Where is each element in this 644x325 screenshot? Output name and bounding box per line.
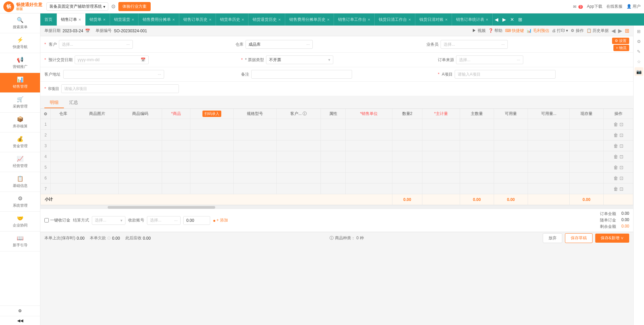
- quick-deposit-input[interactable]: [44, 218, 49, 222]
- quick-deposit-checkbox[interactable]: 一键收订金: [44, 217, 70, 223]
- sidebar-item-marketing[interactable]: 📢 营销推广: [0, 53, 40, 73]
- order-source-input[interactable]: 选择... ···: [456, 55, 523, 64]
- b-project-input[interactable]: 请输入B项目: [61, 84, 179, 93]
- tab-prev-btn[interactable]: ◀: [493, 13, 500, 26]
- trial-button[interactable]: 体验行业方案: [118, 2, 151, 11]
- row-2-copy-btn[interactable]: ⊡: [619, 132, 623, 138]
- tab-stats[interactable]: 销售订单统计表 ✕: [452, 13, 493, 26]
- tab-workbench[interactable]: 销售订单工作台 ✕: [334, 13, 375, 26]
- row-7-delete-btn[interactable]: 🗑: [613, 186, 618, 192]
- scrollbar-thumb[interactable]: [108, 206, 215, 209]
- sidebar-item-base-info[interactable]: 📋 基础信息: [0, 172, 40, 192]
- row-6-copy-btn[interactable]: ⊡: [619, 175, 623, 181]
- message-icon[interactable]: ✉ 9: [573, 4, 583, 9]
- discard-button[interactable]: 放弃: [543, 233, 562, 243]
- row-1-main-qty[interactable]: [460, 119, 494, 130]
- add-payment-btn[interactable]: ● + 添加: [213, 217, 228, 223]
- row-1-main-unit[interactable]: [422, 119, 460, 130]
- tab-return-history[interactable]: 销货退货历史 ✕: [249, 13, 285, 26]
- tab-close-sales-expense[interactable]: ✕: [172, 18, 175, 22]
- row-1-code[interactable]: [119, 119, 162, 130]
- row-1-delete-btn[interactable]: 🗑: [613, 122, 618, 127]
- tab-more-btn[interactable]: ⊞: [516, 13, 524, 26]
- number-value[interactable]: SO-20230324-001: [114, 29, 147, 33]
- video-help-btn[interactable]: ▶ 视频: [472, 28, 485, 34]
- tab-sales-expense[interactable]: 销售费用分摊单 ✕: [139, 13, 179, 26]
- user-avatar[interactable]: 👤 用户: [627, 4, 641, 9]
- tab-sales-order-history[interactable]: 销售订单历史 ✕: [179, 13, 216, 26]
- tab-close-daily-clear[interactable]: ✕: [408, 18, 411, 22]
- horizontal-scrollbar[interactable]: [40, 205, 633, 209]
- right-settings-btn[interactable]: ⚙: [635, 37, 643, 46]
- sidebar-collapse-btn[interactable]: ◀◀: [0, 316, 40, 325]
- settings-icon[interactable]: ⚙: [111, 3, 116, 10]
- row-1-available[interactable]: [494, 119, 528, 130]
- tab-close-sales-order-history[interactable]: ✕: [209, 18, 212, 22]
- profit-btn[interactable]: 📊 毛利预估: [527, 28, 549, 34]
- view-toggle-expand[interactable]: ⊞: [625, 28, 629, 34]
- invoice-type-select[interactable]: 不开票 ▾: [266, 55, 333, 64]
- a-project-input[interactable]: 请输入A项目: [455, 70, 556, 79]
- sidebar-item-inventory[interactable]: 📦 库存核算: [0, 113, 40, 132]
- view-toggle-list[interactable]: ◀: [611, 28, 615, 34]
- table-wrapper[interactable]: ⚙ 仓库 商品图片 商品编码 *商品 扫码录入 规格型号 客户... ⓘ 属性 …: [40, 109, 633, 205]
- tab-close-sales-slip[interactable]: ✕: [103, 18, 106, 22]
- print-btn[interactable]: 🖨 打印 ▾: [552, 28, 568, 34]
- row-2-delete-btn[interactable]: 🗑: [613, 132, 618, 138]
- right-camera-btn[interactable]: 📷: [635, 67, 643, 76]
- sidebar-item-search[interactable]: 🔍 搜索菜单: [0, 13, 40, 33]
- note-input[interactable]: [251, 70, 352, 79]
- row-1-qty2[interactable]: [392, 119, 422, 130]
- tab-summary[interactable]: 汇总: [64, 97, 83, 108]
- history-btn[interactable]: 📋 历史单据: [586, 28, 609, 34]
- tab-close-return-history[interactable]: ✕: [278, 18, 281, 22]
- tab-sales-slip[interactable]: 销货单 ✕: [85, 13, 110, 26]
- row-1-warehouse[interactable]: [51, 119, 76, 130]
- tab-detail[interactable]: 明细: [44, 97, 64, 108]
- tab-close-sales-slip-history[interactable]: ✕: [241, 18, 244, 22]
- operations-btn[interactable]: ⚙ 操作: [571, 28, 583, 34]
- row-7-copy-btn[interactable]: ⊡: [619, 186, 623, 192]
- warehouse-input[interactable]: 成品库 ···: [245, 40, 313, 49]
- save-draft-button[interactable]: 保存草稿: [565, 233, 593, 243]
- tab-sales-slip-history[interactable]: 销货单历史 ✕: [216, 13, 249, 26]
- row-1-available2[interactable]: [528, 119, 570, 130]
- row-1-attr[interactable]: [320, 119, 345, 130]
- tab-close-sales-return[interactable]: ✕: [131, 18, 134, 22]
- app-download-link[interactable]: App下载: [587, 4, 602, 9]
- row-4-delete-btn[interactable]: 🗑: [613, 154, 618, 159]
- tab-sales-return[interactable]: 销货退货 ✕: [110, 13, 139, 26]
- row-1-current-stock[interactable]: [569, 119, 603, 130]
- sidebar-settings-btn[interactable]: ⚙: [0, 306, 40, 316]
- settings-orange-btn[interactable]: ⚙ 设置: [612, 38, 629, 44]
- row-1-product[interactable]: [162, 119, 190, 130]
- sidebar-item-system[interactable]: ⚙ 系统管理: [0, 192, 40, 212]
- col-settings[interactable]: ⚙: [41, 109, 51, 119]
- payment-amount[interactable]: 0.00: [183, 216, 210, 225]
- row-4-copy-btn[interactable]: ⊡: [619, 154, 623, 159]
- tab-expense-history[interactable]: 销售费用分摊单历史 ✕: [285, 13, 334, 26]
- tab-close-expense-history[interactable]: ✕: [327, 18, 330, 22]
- shortcut-btn[interactable]: ⌨ 快捷键: [505, 28, 524, 34]
- row-1-scan[interactable]: [190, 119, 233, 130]
- tab-sales-order[interactable]: 销售订单 ✕: [57, 13, 85, 26]
- row-1-customer-info[interactable]: [276, 119, 320, 130]
- row-1-copy-btn[interactable]: ⊡: [619, 122, 623, 127]
- row-2-warehouse[interactable]: [51, 130, 76, 140]
- row-1-image[interactable]: [76, 119, 119, 130]
- tab-close-workbench[interactable]: ✕: [368, 18, 370, 22]
- tab-close-all-btn[interactable]: ✕: [508, 13, 516, 26]
- tab-next-btn[interactable]: ▶: [500, 13, 508, 26]
- sidebar-item-purchase[interactable]: 🛒 采购管理: [0, 93, 40, 113]
- sidebar-item-quick-nav[interactable]: ⚡ 快捷导航: [0, 33, 40, 53]
- row-1-spec[interactable]: [233, 119, 276, 130]
- add-logistics-btn[interactable]: + 物流: [613, 45, 629, 51]
- delivery-date-input[interactable]: yyyy-mm-dd 📅: [75, 55, 149, 64]
- right-star-btn[interactable]: ☆: [635, 57, 643, 66]
- tab-close-reconcile[interactable]: ✕: [445, 18, 448, 22]
- customer-input[interactable]: 选择... ···: [59, 40, 133, 49]
- row-3-copy-btn[interactable]: ⊡: [619, 143, 623, 149]
- row-5-copy-btn[interactable]: ⊡: [619, 165, 623, 170]
- tab-close-stats[interactable]: ✕: [486, 18, 488, 22]
- row-3-delete-btn[interactable]: 🗑: [613, 143, 618, 149]
